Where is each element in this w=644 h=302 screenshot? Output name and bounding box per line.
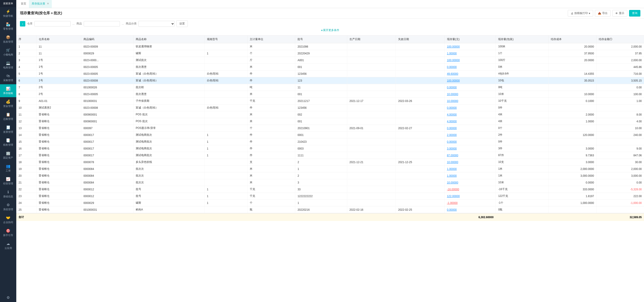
table-row: 25 晋省榕仓 001000031 鲜肉A 瓶 20220216 2022-02… — [16, 206, 644, 213]
print-button[interactable]: 🖨 按模板打印 ▾ — [568, 10, 593, 17]
cell-prod-date — [347, 118, 396, 125]
category-select[interactable] — [138, 21, 175, 27]
cell-qty-main[interactable]: 0.00000 — [444, 125, 496, 132]
table-container[interactable]: 序 仓库名称 商品编码 商品名称 规格型号 主计量单位 批号 生产日期 失效日期… — [16, 36, 644, 302]
cell-qty-main[interactable]: 4.00000 — [444, 118, 496, 125]
cell-qty-main[interactable]: 10.00000 — [444, 179, 496, 186]
sidebar-item-mini-ecom[interactable]: 🛒 小额电商 — [0, 46, 16, 59]
cell-goods-code: 0000017 — [81, 138, 133, 145]
table-row: 24 晋省榕仓 0000029 罐斯 1 个 1 -1.00000 -1个 1,… — [16, 200, 644, 206]
table-row: 18 晋省榕仓 0000078 多头异色软线 支 2 2021-12-21 20… — [16, 159, 644, 166]
cell-index: 2 — [16, 50, 36, 57]
cell-qty-main[interactable]: 0.00000 — [444, 206, 496, 213]
sidebar-item-newbie[interactable]: 🎯 新手引导 — [0, 226, 16, 239]
table-row: 2 11 0000029 罐斯 1 个 20220429 1.00000 1个 … — [16, 50, 644, 57]
cell-qty-main[interactable]: 0.00000 — [444, 104, 496, 111]
cell-qty-main[interactable]: 1.00000 — [444, 172, 496, 179]
sidebar-item-hr[interactable]: 👥 工资 — [0, 162, 16, 175]
table-body: 1 11 0023-00009 软皮通用物资 米 2021098 100.000… — [16, 43, 644, 213]
cell-unit: 件 — [247, 145, 295, 152]
cell-total-amount: 2,000.00 — [596, 43, 644, 50]
cell-exp-date — [396, 118, 444, 125]
settings-button[interactable]: 设置 — [176, 20, 188, 27]
cell-exp-date — [396, 200, 444, 206]
tab-close-inventory-batch[interactable]: ✕ — [47, 2, 49, 5]
cell-qty-main[interactable]: 0.00000 — [444, 84, 496, 91]
cell-batch: 20211217 — [295, 98, 347, 104]
goods-input[interactable] — [84, 21, 120, 27]
nav-arrow-left[interactable]: › — [20, 21, 25, 27]
cell-qty-main[interactable]: 2.00000 — [444, 132, 496, 138]
cell-exp-date: 2022-02-27 — [396, 125, 444, 132]
cell-spec — [204, 206, 247, 213]
cell-qty-main[interactable]: 0.00000 — [444, 64, 496, 70]
sidebar-item-general[interactable]: 📋 总账管理 — [0, 110, 16, 123]
sidebar-item-wholesale[interactable]: 📦 批发管理 — [0, 33, 16, 46]
cell-spec: 白色/彩桔 — [204, 70, 247, 77]
cell-qty-main[interactable]: 4.00000 — [444, 111, 496, 118]
cell-qty-main[interactable]: -16.00000 — [444, 186, 496, 193]
cell-qty-aux: 4包9.6件 — [496, 70, 548, 77]
sidebar-item-quick-nav[interactable]: ⚡ 快捷导航 — [0, 7, 16, 20]
sidebar-item-finance[interactable]: 💰 资金管理 — [0, 97, 16, 110]
cell-qty-main[interactable]: 10.00000 — [444, 98, 496, 104]
sidebar-item-management[interactable]: 📈 经营管理 — [0, 175, 16, 188]
cell-qty-main[interactable]: 1.00000 — [444, 166, 496, 172]
cell-qty-main[interactable]: 10.00000 — [444, 159, 496, 166]
cell-goods-name: 批次透堡 — [133, 91, 204, 98]
cell-exp-date — [396, 111, 444, 118]
cell-goods-name: 多头异色软线 — [133, 159, 204, 166]
cell-goods-name: 测试电商批次 — [133, 132, 204, 138]
cell-qty-main[interactable]: 100.00000 — [444, 57, 496, 64]
cell-qty-main[interactable]: 0.00000 — [444, 138, 496, 145]
cell-qty-main[interactable]: 49.60000 — [444, 70, 496, 77]
sidebar-item-inventory[interactable]: 📊 库存核账 — [0, 84, 16, 97]
cell-qty-main[interactable]: 87.00000 — [444, 152, 496, 159]
tab-home[interactable]: 首页 — [18, 0, 29, 8]
sidebar-logo[interactable]: 搜索菜单 — [0, 0, 16, 7]
cell-qty-main[interactable]: 3.00000 — [444, 145, 496, 152]
cell-exp-date — [396, 166, 444, 172]
sidebar-item-cooperation[interactable]: 🤝 企业协同 — [0, 213, 16, 226]
sidebar-item-cloud[interactable]: ☁ 云应用 — [0, 239, 16, 252]
cell-qty-main[interactable]: 100.00000 — [444, 43, 496, 50]
search-button[interactable]: 查询 — [629, 10, 640, 17]
expand-conditions-btn[interactable]: ▾ 展开更多条件 — [321, 28, 339, 32]
sidebar-item-fixed-assets[interactable]: 🏢 固定资产 — [0, 149, 16, 162]
cell-goods-name: 软皮通用物资 — [133, 43, 204, 50]
cell-qty-main[interactable]: 10.00000 — [444, 91, 496, 98]
cell-unit: 米 — [247, 64, 295, 70]
warehouse-ellipsis: ... — [72, 22, 75, 25]
sidebar-label-newbie: 新手引导 — [3, 234, 13, 237]
col-header-batch: 批号 — [295, 36, 347, 43]
sidebar-item-ecom[interactable]: 💻 电商管理 — [0, 59, 16, 72]
cell-total-amount: 0.00 — [596, 84, 644, 91]
cell-qty-main[interactable]: -1.00000 — [444, 200, 496, 206]
cell-qty-main[interactable]: 122.00000 — [444, 193, 496, 200]
cell-goods-name: 罐斯 — [133, 50, 204, 57]
cell-warehouse: A01-01 — [36, 98, 81, 104]
cell-qty-main[interactable]: 1.00000 — [444, 50, 496, 57]
cell-total-amount: 847.06 — [596, 152, 644, 159]
sidebar-item-tax[interactable]: 📑 税务管理 — [0, 136, 16, 149]
sidebar-item-purchase[interactable]: 🛍 采购管理 — [0, 72, 16, 84]
sidebar-label-general: 总账管理 — [3, 117, 13, 121]
cell-goods-code: 001000031 — [81, 98, 133, 104]
sidebar-item-basic-info[interactable]: ℹ 基础信息 — [0, 188, 16, 201]
cell-goods-code: 001000026 — [81, 84, 133, 91]
warehouse-input[interactable] — [34, 21, 70, 27]
sidebar-item-invoice[interactable]: 🧾 发票管理 — [0, 123, 16, 136]
sidebar-settings[interactable]: ⚙ — [0, 293, 16, 302]
export-button[interactable]: 📤 导出 — [595, 10, 610, 17]
cell-total-amount: 30.00 — [596, 159, 644, 166]
cell-batch: 2021098 — [295, 43, 347, 50]
cell-spec: 1 — [204, 193, 247, 200]
cell-warehouse: 晋省榕仓 — [36, 193, 81, 200]
display-button[interactable]: 👁 显示 — [612, 10, 627, 17]
tab-inventory-batch[interactable]: 库存批次查 ✕ — [29, 0, 52, 8]
table-row: 7 2号 001000026 批次框 吨 11 0.00000 0吨 0.00 — [16, 84, 644, 91]
cell-qty-main[interactable]: 100.00000 — [444, 77, 496, 84]
table-row: 14 晋省榕仓 0000017 测试电商批次 1 件 0001 2.00000 … — [16, 132, 644, 138]
sidebar-item-retail[interactable]: 🏪 零售管理 — [0, 20, 16, 33]
sidebar-item-system[interactable]: ⚙ 系统管理 — [0, 201, 16, 213]
